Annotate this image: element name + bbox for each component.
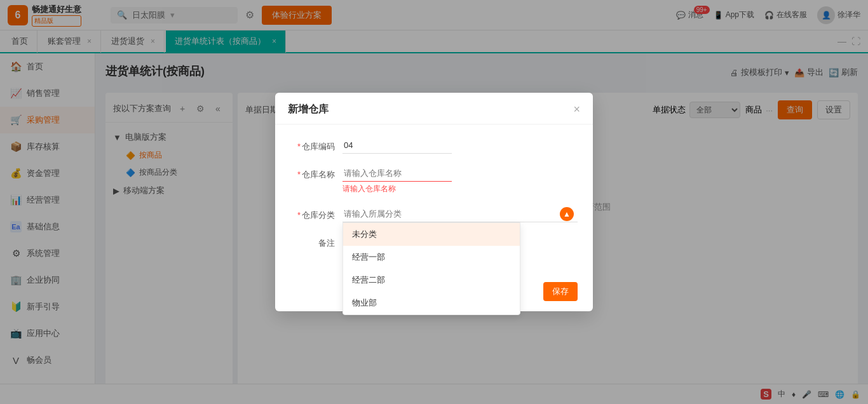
warehouse-name-error: 请输入仓库名称 [342,184,578,194]
category-dropdown-toggle[interactable]: ▲ [560,207,574,221]
warehouse-name-row: 仓库名称 请输入仓库名称 [290,165,578,194]
modal-body: 仓库编码 仓库名称 请输入仓库名称 仓库分类 ▲ [275,125,593,274]
modal-overlay[interactable]: 新增仓库 × 仓库编码 仓库名称 请输入仓库名称 仓库分类 [0,0,868,404]
warehouse-category-label: 仓库分类 [290,206,335,221]
modal-header: 新增仓库 × [275,93,593,125]
warehouse-category-input[interactable] [342,206,578,222]
modal-close-btn[interactable]: × [573,103,580,116]
new-warehouse-modal: 新增仓库 × 仓库编码 仓库名称 请输入仓库名称 仓库分类 [275,93,593,311]
dropdown-item-dept2[interactable]: 经营二部 [343,269,520,292]
dropdown-item-dept1[interactable]: 经营一部 [343,246,520,269]
warehouse-code-row: 仓库编码 [290,137,578,154]
warehouse-code-label: 仓库编码 [290,137,335,152]
remarks-label: 备注 [290,234,335,249]
save-btn[interactable]: 保存 [543,282,578,301]
category-dropdown-list: 未分类 经营一部 经营二部 物业部 [342,222,520,315]
dropdown-item-dept3[interactable]: 物业部 [343,292,520,314]
dropdown-item-uncategorized[interactable]: 未分类 [343,223,520,246]
warehouse-name-input[interactable] [342,165,452,182]
warehouse-category-wrapper: ▲ 未分类 经营一部 经营二部 物业部 [342,206,578,222]
warehouse-category-row: 仓库分类 ▲ 未分类 经营一部 经营二部 物业部 [290,206,578,222]
warehouse-name-label: 仓库名称 [290,165,335,180]
warehouse-code-input[interactable] [342,137,452,154]
modal-title: 新增仓库 [288,103,329,116]
